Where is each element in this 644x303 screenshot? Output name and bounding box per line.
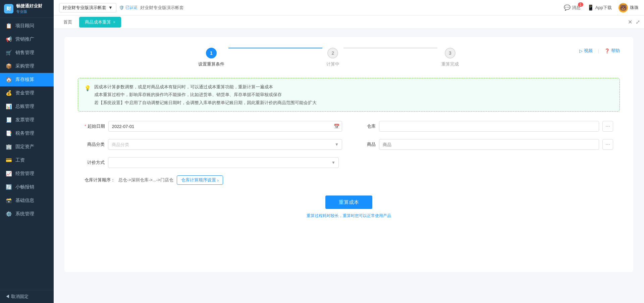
- logo-name: 畅捷通好业财: [16, 3, 42, 9]
- help-circle-icon: ❓: [604, 48, 610, 53]
- sidebar-label-accounting: 总账管理: [15, 103, 34, 110]
- category-select-wrapper: 商品分类 ▼: [108, 139, 342, 150]
- notification-badge: 1: [578, 2, 583, 7]
- sales-icon: 🛒: [5, 49, 12, 56]
- sidebar-item-tax[interactable]: 📑 税务管理: [0, 127, 54, 140]
- sidebar-item-basic[interactable]: 🗃️ 基础信息: [0, 194, 54, 207]
- step-2-circle: 2: [327, 48, 338, 58]
- account-selector[interactable]: 好业财专业版演示帐套 ▼: [59, 3, 116, 12]
- topbar-right: 💬 消息 1 📱 App下载 🐻 珠珠: [564, 3, 639, 12]
- finance-icon: 💰: [5, 90, 12, 96]
- step-2-num: 2: [331, 50, 334, 56]
- steps-help-buttons: ▷ 视频 | ❓ 帮助: [579, 48, 620, 54]
- sidebar-nav: 📋 项目顾问 📢 营销推广 🛒 销售管理 📦 采购管理 🏠 库存核算 💰 资金管…: [0, 18, 54, 290]
- info-box: 💡 因成本计算参数调整，或是对商品成本有疑问时，可以通过成本重算功能，重新计算一…: [78, 78, 620, 112]
- topbar: 好业财专业版演示帐套 ▼ 🛡️ 已认证 好业财专业版演示帐套 💬 消息 1 📱 …: [54, 0, 644, 15]
- pricing-select[interactable]: [108, 157, 339, 168]
- sidebar-item-accounting[interactable]: 📊 总账管理: [0, 100, 54, 113]
- step-2-label: 计算中: [326, 61, 339, 67]
- goods-ellipsis-button[interactable]: ···: [602, 139, 613, 150]
- tab-home[interactable]: 首页: [58, 17, 78, 28]
- category-select[interactable]: 商品分类: [108, 139, 342, 150]
- unpin-sidebar-button[interactable]: ◀ 取消固定: [0, 290, 54, 303]
- warehouse-input[interactable]: [379, 121, 599, 132]
- account-display: 好业财专业版演示帐套: [140, 5, 184, 11]
- accounting-icon: 📊: [5, 103, 12, 110]
- form-section: 起始日期 📅 仓库 ··· 商品分类: [78, 121, 620, 219]
- avatar: 🐻: [619, 3, 628, 12]
- sidebar-item-salary[interactable]: 💳 工资: [0, 154, 54, 167]
- step-3: 3 重算完成: [441, 48, 459, 67]
- submit-note: 重算过程耗时较长，重算时您可以正常使用产品: [307, 213, 391, 219]
- message-button[interactable]: 💬 消息 1: [564, 4, 581, 11]
- tabs-bar: 首页 商品成本重算 × ✕ ⤢: [54, 15, 644, 29]
- sidebar-label-business: 经营管理: [15, 171, 34, 177]
- step-line-2: [343, 48, 437, 48]
- avatar-emoji: 🐻: [620, 4, 627, 11]
- category-label: 商品分类: [85, 141, 105, 147]
- sidebar-item-project[interactable]: 📋 项目顾问: [0, 19, 54, 33]
- tab-cost-recalc-label: 商品成本重算: [85, 19, 111, 25]
- sidebar-item-system[interactable]: ⚙️ 系统管理: [0, 207, 54, 221]
- dropdown-icon: ▼: [108, 5, 113, 10]
- start-date-item: 起始日期 📅: [85, 121, 342, 132]
- sidebar-item-business[interactable]: 📈 经营管理: [0, 167, 54, 180]
- step-1-circle: 1: [206, 48, 217, 58]
- purchase-icon: 📦: [5, 63, 12, 70]
- video-button[interactable]: ▷ 视频: [579, 48, 593, 54]
- user-profile[interactable]: 🐻 珠珠: [619, 3, 639, 12]
- form-row-3: 计价方式 ▼: [85, 157, 613, 168]
- warehouse-item: 仓库 ···: [356, 121, 613, 132]
- steps-container: 1 设置重算条件 2 计算中: [78, 48, 620, 67]
- user-name: 珠珠: [630, 5, 639, 11]
- sidebar-item-expense[interactable]: 🔄 小畅报销: [0, 180, 54, 194]
- info-content: 因成本计算参数调整，或是对商品成本有疑问时，可以通过成本重算功能，重新计算一遍成…: [94, 83, 317, 106]
- expand-tab-action[interactable]: ⤢: [636, 19, 640, 25]
- tab-cost-recalc[interactable]: 商品成本重算 ×: [79, 17, 121, 28]
- close-tab-action[interactable]: ✕: [628, 19, 632, 25]
- app-download-button[interactable]: 📱 App下载: [587, 4, 612, 11]
- help-label: 帮助: [611, 48, 620, 54]
- goods-input[interactable]: [379, 139, 599, 150]
- sidebar-item-sales[interactable]: 🛒 销售管理: [0, 46, 54, 59]
- warehouse-order-value: 总仓->深圳仓库->...->门店仓: [118, 177, 173, 183]
- tab-close-icon[interactable]: ×: [113, 20, 115, 25]
- form-row-2: 商品分类 商品分类 ▼ 商品 ···: [85, 139, 613, 150]
- step-2: 2 计算中: [326, 48, 339, 67]
- help-button[interactable]: ❓ 帮助: [604, 48, 620, 54]
- submit-section: 重算成本 重算过程耗时较长，重算时您可以正常使用产品: [85, 196, 613, 219]
- warehouse-order-settings-button[interactable]: 仓库计算顺序设置 ›: [177, 175, 223, 185]
- warehouse-order-arrow-icon: ›: [217, 178, 219, 183]
- logo-icon: 财: [4, 4, 13, 13]
- sidebar-item-assets[interactable]: 🏢 固定资产: [0, 140, 54, 154]
- unpin-label: ◀ 取消固定: [5, 294, 29, 300]
- submit-button[interactable]: 重算成本: [325, 196, 372, 209]
- sidebar-item-purchase[interactable]: 📦 采购管理: [0, 59, 54, 73]
- step-1-label: 设置重算条件: [198, 61, 224, 67]
- pricing-item: 计价方式 ▼: [85, 157, 345, 168]
- sidebar-label-invoice: 发票管理: [15, 117, 34, 123]
- logo-sub: 专业版: [16, 9, 42, 14]
- steps: 1 设置重算条件 2 计算中: [78, 48, 579, 67]
- warehouse-ellipsis-button[interactable]: ···: [602, 121, 613, 132]
- step-3-label: 重算完成: [441, 61, 459, 67]
- assets-icon: 🏢: [5, 143, 12, 150]
- sidebar-item-marketing[interactable]: 📢 营销推广: [0, 33, 54, 46]
- sidebar-item-inventory[interactable]: 🏠 库存核算: [0, 73, 54, 86]
- sidebar-item-finance[interactable]: 💰 资金管理: [0, 86, 54, 100]
- invoice-icon: 🧾: [5, 117, 12, 123]
- verified-shield-icon: 🛡️: [119, 5, 124, 10]
- step-1-num: 1: [210, 50, 213, 56]
- sidebar-label-finance: 资金管理: [15, 90, 34, 96]
- main-area: 好业财专业版演示帐套 ▼ 🛡️ 已认证 好业财专业版演示帐套 💬 消息 1 📱 …: [54, 0, 644, 303]
- business-icon: 📈: [5, 170, 12, 177]
- info-line-3: 若【系统设置】中启用了自动调整记账日期时，会调整入库单的整单记账日期，因此重新计…: [94, 99, 317, 106]
- divider: |: [598, 48, 599, 53]
- topbar-left: 好业财专业版演示帐套 ▼ 🛡️ 已认证 好业财专业版演示帐套: [59, 3, 184, 12]
- logo-text-group: 畅捷通好业财 专业版: [16, 3, 42, 14]
- sidebar-item-invoice[interactable]: 🧾 发票管理: [0, 113, 54, 127]
- tax-icon: 📑: [5, 130, 12, 137]
- sidebar-label-purchase: 采购管理: [15, 63, 34, 69]
- sidebar-label-tax: 税务管理: [15, 130, 34, 136]
- start-date-input[interactable]: [108, 121, 342, 132]
